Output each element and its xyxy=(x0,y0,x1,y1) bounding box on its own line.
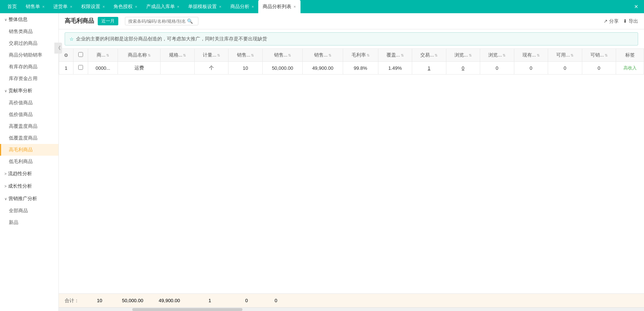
close-tab-icon[interactable]: × xyxy=(42,4,44,9)
sort-icon[interactable]: ⇅ xyxy=(537,53,540,57)
footer-totals: 合计： 10 50,000.00 49,900.00 1 0 0 xyxy=(59,293,644,307)
sidebar-item-4-1[interactable]: 新品 xyxy=(0,217,58,228)
nav-item-产成品入库单[interactable]: 产成品入库单× xyxy=(142,0,184,13)
nav-item-商品分析列表[interactable]: 商品分析列表× xyxy=(258,0,300,13)
nav-item-权限设置[interactable]: 权限设置× xyxy=(77,0,109,13)
sort-icon[interactable]: ⇅ xyxy=(571,53,573,57)
sidebar-item-0-2[interactable]: 商品分销助销率 xyxy=(0,49,58,61)
sidebar-section-3[interactable]: >成长性分析 xyxy=(0,180,58,192)
content-area: 高毛利商品 近一月 🔍 ↗ 分享 ⬇ 导出 ☆ 企业的主要的利润都是这部分商品创… xyxy=(59,13,644,311)
nav-item-角色授权[interactable]: 角色授权× xyxy=(109,0,141,13)
select-all-checkbox[interactable] xyxy=(78,52,83,57)
table-col-header-16[interactable]: 可销...⇅ xyxy=(582,49,616,62)
table-col-header-15[interactable]: 可用...⇅ xyxy=(548,49,582,62)
sidebar-item-1-0[interactable]: 高价值商品 xyxy=(0,97,58,109)
browse-uv-link[interactable]: 0 xyxy=(462,65,464,71)
sidebar-item-0-1[interactable]: 交易过的商品 xyxy=(0,37,58,49)
available-stock: 0 xyxy=(548,62,582,75)
sort-icon[interactable]: ⇅ xyxy=(217,53,220,57)
table-col-header-8[interactable]: 销售...⇅ xyxy=(303,49,343,62)
table-col-header-1 xyxy=(73,49,88,62)
sidebar-item-4-0[interactable]: 全部商品 xyxy=(0,205,58,217)
table-col-header-9[interactable]: 毛利率⇅ xyxy=(343,49,378,62)
period-button[interactable]: 近一月 xyxy=(98,17,118,25)
sidebar-item-1-5[interactable]: 低毛利商品 xyxy=(0,156,58,167)
sidebar-item-1-1[interactable]: 低价值商品 xyxy=(0,109,58,120)
sort-icon[interactable]: ⇅ xyxy=(148,53,151,57)
sort-icon[interactable]: ⇅ xyxy=(367,53,370,57)
table-col-header-6[interactable]: 销售...⇅ xyxy=(229,49,263,62)
sidebar-item-1-2[interactable]: 高覆盖度商品 xyxy=(0,120,58,132)
sort-icon[interactable]: ⇅ xyxy=(288,53,291,57)
share-button[interactable]: ↗ 分享 xyxy=(604,18,619,25)
unit: 个 xyxy=(194,62,229,75)
sort-icon[interactable]: ⇅ xyxy=(469,53,472,57)
section-arrow-icon: > xyxy=(4,172,7,176)
sidebar-collapse-button[interactable]: 《 xyxy=(54,43,62,54)
table-col-header-4[interactable]: 规格...⇅ xyxy=(161,49,195,62)
sidebar-item-1-3[interactable]: 低覆盖度商品 xyxy=(0,132,58,144)
sidebar-section-2[interactable]: >流趋性分析 xyxy=(0,167,58,180)
row-checkbox[interactable] xyxy=(73,62,88,75)
scrollbar-thumb[interactable] xyxy=(132,308,242,311)
table-col-header-10[interactable]: 覆盖...⇅ xyxy=(378,49,412,62)
sort-icon[interactable]: ⇅ xyxy=(328,53,331,57)
search-input[interactable] xyxy=(128,19,187,24)
table-col-header-7[interactable]: 销售...⇅ xyxy=(262,49,303,62)
sidebar-item-1-4[interactable]: 高毛利商品 xyxy=(0,144,58,156)
sort-icon[interactable]: ⇅ xyxy=(251,53,254,57)
header-actions: ↗ 分享 ⬇ 导出 xyxy=(604,18,638,25)
table-col-header-11[interactable]: 交易...⇅ xyxy=(412,49,446,62)
table-col-header-12[interactable]: 浏览...⇅ xyxy=(446,49,480,62)
sidebar-item-0-0[interactable]: 销售类商品 xyxy=(0,26,58,37)
close-tab-icon[interactable]: × xyxy=(102,4,105,9)
close-tab-icon[interactable]: × xyxy=(219,4,221,9)
close-tab-icon[interactable]: × xyxy=(135,4,137,9)
sort-icon[interactable]: ⇅ xyxy=(605,53,608,57)
sort-icon[interactable]: ⇅ xyxy=(435,53,438,57)
table-col-header-14[interactable]: 现有...⇅ xyxy=(514,49,548,62)
section-arrow-icon: ∨ xyxy=(4,89,7,93)
content-header: 高毛利商品 近一月 🔍 ↗ 分享 ⬇ 导出 xyxy=(59,13,644,29)
gross-rate: 99.8% xyxy=(343,62,378,75)
nav-item-商品分析[interactable]: 商品分析× xyxy=(226,0,258,13)
table-col-header-2[interactable]: 商...⇅ xyxy=(88,49,118,62)
table-col-header-13[interactable]: 浏览...⇅ xyxy=(480,49,514,62)
horizontal-scrollbar[interactable] xyxy=(59,307,644,311)
sort-icon[interactable]: ⇅ xyxy=(183,53,186,57)
close-tab-icon[interactable]: × xyxy=(294,4,296,9)
close-tab-icon[interactable]: × xyxy=(252,4,254,9)
sidebar-item-0-4[interactable]: 库存资金占用 xyxy=(0,73,58,84)
sidebar-section-4[interactable]: ∨营销推广分析 xyxy=(0,192,58,205)
nav-item-首页[interactable]: 首页 xyxy=(3,0,21,13)
close-all-tabs[interactable]: × xyxy=(631,3,641,11)
export-button[interactable]: ⬇ 导出 xyxy=(623,18,638,25)
table-col-header-3[interactable]: 商品名称⇅ xyxy=(118,49,161,62)
transactions[interactable]: 1 xyxy=(412,62,446,75)
row-index: 1 xyxy=(59,62,73,75)
table-col-header-5[interactable]: 计量...⇅ xyxy=(194,49,229,62)
sort-icon[interactable]: ⇅ xyxy=(106,53,109,57)
nav-item-销售单[interactable]: 销售单× xyxy=(21,0,49,13)
nav-item-单据模板设置[interactable]: 单据模板设置× xyxy=(184,0,226,13)
transactions-link[interactable]: 1 xyxy=(428,65,430,71)
close-tab-icon[interactable]: × xyxy=(177,4,179,9)
product-spec xyxy=(161,62,195,75)
sidebar-section-1[interactable]: ∨贡献率分析 xyxy=(0,84,58,97)
search-box[interactable]: 🔍 xyxy=(125,17,198,25)
nav-item-进货单[interactable]: 进货单× xyxy=(49,0,76,13)
close-tab-icon[interactable]: × xyxy=(70,4,72,9)
sidebar-item-0-3[interactable]: 有库存的商品 xyxy=(0,61,58,73)
footer-available-stock: 0 xyxy=(261,298,291,303)
section-arrow-icon: ∨ xyxy=(4,197,7,201)
sort-icon[interactable]: ⇅ xyxy=(503,53,506,57)
browse-uv[interactable]: 0 xyxy=(446,62,480,75)
saleable-stock: 0 xyxy=(582,62,616,75)
sidebar-section-0[interactable]: ∨整体信息 xyxy=(0,13,58,26)
search-icon[interactable]: 🔍 xyxy=(187,18,193,24)
section-arrow-icon: > xyxy=(4,184,7,188)
page-title: 高毛利商品 xyxy=(65,17,94,25)
table-container: ⚙商...⇅商品名称⇅规格...⇅计量...⇅销售...⇅销售...⇅销售...… xyxy=(59,48,644,293)
sales-amt: 50,000.00 xyxy=(262,62,303,75)
sort-icon[interactable]: ⇅ xyxy=(401,53,404,57)
